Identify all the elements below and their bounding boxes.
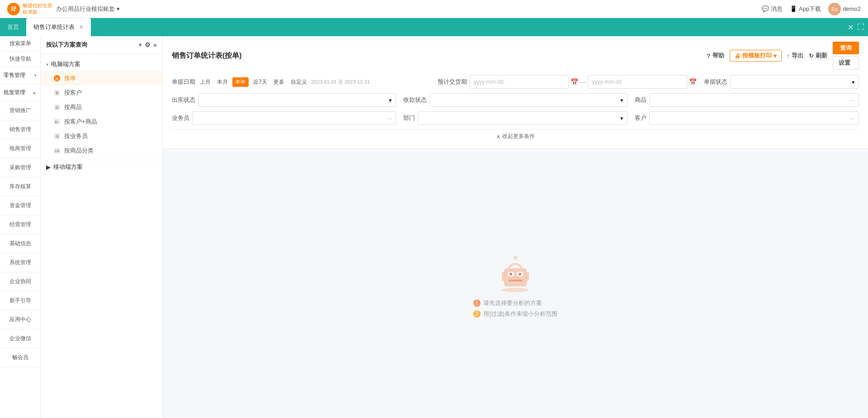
sidebar-item-wholesale[interactable]: 批发管理 ▲ [0, 84, 40, 101]
custom-date-btn[interactable]: 自定义 [289, 77, 309, 87]
help-button[interactable]: ? 帮助 [707, 52, 724, 60]
print-button[interactable]: 🖨 按模板打印 ▾ [730, 50, 782, 62]
sidebar-item-basics[interactable]: 基础信息 [0, 234, 40, 253]
fullscreen-icon[interactable]: ⛶ [857, 23, 864, 31]
sidebar-item-finance[interactable]: 资金管理 [0, 196, 40, 215]
product-item: 商品 ··· [635, 93, 859, 107]
help-icon: ? [707, 52, 711, 59]
sidebar-item-enterprise-wechat[interactable]: 企业微信 [0, 329, 40, 348]
settings-label: 设置 [839, 59, 850, 67]
export-icon: ↑ [787, 52, 790, 59]
sidebar-item-marketing[interactable]: 营销推广 [0, 101, 40, 120]
filter-title-actions: ? 帮助 🖨 按模板打印 ▾ ↑ 导出 ↻ [707, 42, 859, 70]
scheme-collapse-icon[interactable]: « [153, 41, 157, 48]
salesperson-item: 业务员 ··· [172, 111, 396, 125]
scheme-item-by-salesperson[interactable]: 员 按业务员 [41, 129, 162, 143]
hint-num-1: 1 [473, 299, 481, 307]
scheme-item-by-customer-product[interactable]: 客+ 按客户+商品 [41, 114, 162, 129]
expected-date-start[interactable]: yyyy-mm-dd [470, 75, 569, 89]
scheme-by-customer-product-icon: 客+ [53, 118, 61, 125]
nav-label: 快捷导航 [4, 55, 37, 63]
svg-rect-20 [526, 272, 529, 281]
scheme-item-by-product[interactable]: 品 按商品 [41, 100, 162, 114]
sidebar-item-app-center[interactable]: 应用中心 [0, 310, 40, 329]
sidebar-item-ecommerce[interactable]: 电商管理 [0, 139, 40, 158]
this-month-btn[interactable]: 本月 [215, 77, 230, 87]
mobile-scheme-section-title[interactable]: ▶ 移动端方案 [41, 160, 162, 174]
sales-label: 销售管理 [9, 126, 31, 133]
export-button[interactable]: ↑ 导出 [787, 52, 804, 60]
sidebar-item-sales[interactable]: 销售管理 [0, 120, 40, 139]
sidebar-item-retail[interactable]: 零售管理 ▾ [0, 67, 40, 84]
scheme-by-order-label: 按单 [64, 74, 76, 82]
pc-scheme-section: ▾ 电脑端方案 按 按单 客 按客户 品 [41, 54, 162, 177]
more-date-btn[interactable]: 更多 [272, 77, 286, 87]
last-month-btn[interactable]: 上月 [198, 77, 212, 87]
scheme-item-by-product-category[interactable]: 分类 按商品分类 [41, 143, 162, 158]
ship-status-arrow: ▾ [389, 97, 392, 104]
sidebar-item-newbie[interactable]: 新手引导 [0, 291, 40, 310]
print-label: 按模板打印 [742, 52, 772, 60]
collapse-arrow-icon: ∧ [496, 133, 500, 140]
last7-btn[interactable]: 近7天 [251, 77, 269, 87]
tab-home[interactable]: 首页 [0, 18, 26, 36]
workspace-selector[interactable]: 办公用品行业模拟账套 ▾ [56, 5, 120, 13]
workspace-name: 办公用品行业模拟账套 [56, 5, 115, 13]
user-menu[interactable]: Ea demo2 [828, 3, 861, 15]
empty-state-area: 1 请先选择要分析的方案 2 用[过滤]条件来缩小分析范围 [163, 149, 868, 418]
sidebar-item-inventory[interactable]: 库存核算 [0, 177, 40, 196]
status-select[interactable]: ▾ [730, 75, 859, 89]
scheme-panel-header: 按以下方案查询 + ⚙ « [41, 36, 162, 54]
date-range-display: 2023-01-01 至 2023-12-31 [311, 79, 431, 86]
svg-text:客+: 客+ [55, 120, 59, 124]
refresh-button[interactable]: ↻ 刷新 [809, 52, 827, 60]
scheme-add-icon[interactable]: + [138, 41, 142, 48]
main-layout: 搜索菜单 快捷导航 零售管理 ▾ 批发管理 ▲ 营销推广 销售管理 电商管理 采 [0, 36, 868, 418]
workspace-arrow-icon: ▾ [117, 5, 120, 12]
ecommerce-label: 电商管理 [9, 145, 31, 152]
department-label: 部门 [403, 114, 415, 122]
payment-status-arrow: ▾ [620, 97, 623, 104]
sidebar-nav[interactable]: 快捷导航 [0, 52, 40, 67]
payment-status-select[interactable]: ▾ [429, 93, 627, 107]
settings-button[interactable]: 设置 [833, 56, 859, 70]
svg-point-16 [509, 273, 512, 276]
svg-text:分类: 分类 [54, 150, 60, 152]
refresh-label: 刷新 [816, 52, 827, 60]
close-all-tabs-icon[interactable]: ✕ [848, 23, 854, 32]
filter-section: 销售订单统计表(按单) ? 帮助 🖨 按模板打印 ▾ ↑ [163, 36, 868, 149]
expected-date-end[interactable]: yyyy-mm-dd [588, 75, 687, 89]
pc-section-label: 电脑端方案 [51, 60, 80, 68]
scheme-by-product-category-label: 按商品分类 [64, 147, 94, 155]
collapse-filters-button[interactable]: ∧ 收起更多条件 [172, 129, 859, 143]
messages-button[interactable]: 💬 消息 [762, 5, 783, 13]
tab-sales-order-stat[interactable]: 销售订单统计表 ✕ [26, 18, 91, 36]
sidebar-item-operations[interactable]: 经营管理 [0, 215, 40, 234]
this-year-btn[interactable]: 本年 [232, 77, 249, 87]
query-button[interactable]: 查询 [833, 42, 859, 54]
sidebar-item-purchase[interactable]: 采购管理 [0, 158, 40, 177]
app-download-button[interactable]: 📱 App下载 [790, 5, 821, 13]
svg-point-17 [519, 273, 521, 276]
sidebar-item-member[interactable]: 畅会员 [0, 348, 40, 367]
tabbar-actions: ✕ ⛶ [848, 23, 868, 32]
customer-input[interactable]: ··· [649, 111, 859, 125]
sidebar-item-system[interactable]: 系统管理 [0, 253, 40, 272]
purchase-label: 采购管理 [9, 164, 31, 171]
mobile-section-label: 移动端方案 [53, 163, 83, 171]
department-select[interactable]: ▾ [418, 111, 627, 125]
pc-scheme-section-title[interactable]: ▾ 电脑端方案 [41, 57, 162, 71]
sidebar-item-enterprise[interactable]: 企业协同 [0, 272, 40, 291]
sidebar-search[interactable]: 搜索菜单 [0, 36, 40, 52]
ship-status-select[interactable]: ▾ [198, 93, 396, 107]
newbie-label: 新手引导 [9, 297, 31, 304]
product-input[interactable]: ··· [649, 93, 859, 107]
tabbar: 首页 销售订单统计表 ✕ ✕ ⛶ [0, 18, 868, 36]
svg-text:按: 按 [55, 77, 59, 81]
salesperson-input[interactable]: ··· [192, 111, 396, 125]
tab-close-icon[interactable]: ✕ [79, 24, 84, 30]
scheme-item-by-customer[interactable]: 客 按客户 [41, 86, 162, 100]
scheme-item-by-order[interactable]: 按 按单 [41, 71, 162, 86]
scheme-settings-icon[interactable]: ⚙ [145, 41, 151, 48]
filter-row-3: 业务员 ··· 部门 ▾ 客户 [172, 111, 859, 125]
